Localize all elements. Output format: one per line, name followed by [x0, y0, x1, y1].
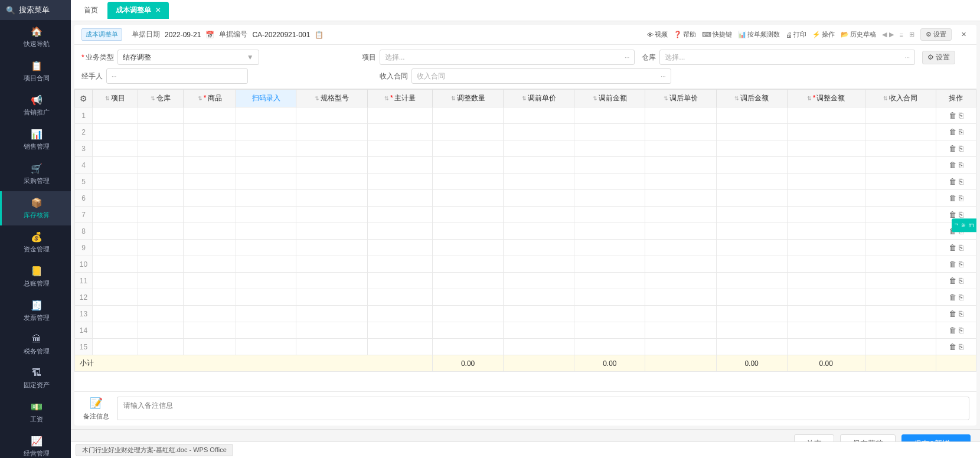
cell-after-price-2[interactable] — [645, 124, 716, 140]
cell-income-contract-8[interactable] — [865, 223, 936, 240]
cell-unit-2[interactable] — [367, 124, 433, 140]
cell-after-price-13[interactable] — [645, 306, 716, 322]
income-contract-input[interactable]: 收入合同 ··· — [411, 68, 671, 84]
cell-after-price-7[interactable] — [645, 207, 716, 223]
cell-spec-8[interactable] — [296, 223, 367, 240]
cell-adj-amt-12[interactable] — [787, 289, 865, 306]
copy-icon-2[interactable]: ⎘ — [959, 127, 963, 136]
cell-after-amt-1[interactable] — [716, 107, 787, 124]
cell-after-price-3[interactable] — [645, 140, 716, 157]
cell-unit-1[interactable] — [367, 107, 433, 124]
cell-before-price-2[interactable] — [504, 124, 574, 140]
cell-scan-15[interactable] — [236, 339, 296, 355]
cell-before-price-6[interactable] — [504, 190, 574, 207]
cell-scan-7[interactable] — [236, 207, 296, 223]
cell-project-1[interactable] — [93, 107, 138, 124]
cell-before-amt-15[interactable] — [574, 339, 645, 355]
cell-adj-amt-1[interactable] — [787, 107, 865, 124]
cell-spec-11[interactable] — [296, 273, 367, 289]
cell-income-contract-5[interactable] — [865, 174, 936, 190]
cell-adj-amt-9[interactable] — [787, 240, 865, 256]
cell-adj-qty-14[interactable] — [433, 322, 504, 339]
cell-income-contract-7[interactable] — [865, 207, 936, 223]
cell-after-price-11[interactable] — [645, 273, 716, 289]
cell-before-price-13[interactable] — [504, 306, 574, 322]
cell-warehouse-12[interactable] — [138, 289, 184, 306]
cell-adj-amt-15[interactable] — [787, 339, 865, 355]
delete-icon-7[interactable]: 🗑 — [949, 210, 956, 219]
cell-scan-10[interactable] — [236, 256, 296, 273]
delete-icon-10[interactable]: 🗑 — [949, 260, 956, 269]
cell-scan-11[interactable] — [236, 273, 296, 289]
cell-spec-7[interactable] — [296, 207, 367, 223]
cell-product-5[interactable] — [184, 174, 236, 190]
help-btn[interactable]: ❓ 帮助 — [674, 30, 696, 39]
cell-adj-qty-4[interactable] — [433, 157, 504, 174]
cell-adj-amt-2[interactable] — [787, 124, 865, 140]
cell-unit-5[interactable] — [367, 174, 433, 190]
cell-spec-12[interactable] — [296, 289, 367, 306]
cell-warehouse-11[interactable] — [138, 273, 184, 289]
cell-product-9[interactable] — [184, 240, 236, 256]
cell-after-amt-2[interactable] — [716, 124, 787, 140]
cell-before-amt-4[interactable] — [574, 157, 645, 174]
cell-project-5[interactable] — [93, 174, 138, 190]
delete-icon-2[interactable]: 🗑 — [949, 127, 956, 136]
copy-icon-14[interactable]: ⎘ — [959, 326, 963, 335]
cell-adj-amt-8[interactable] — [787, 223, 865, 240]
cell-before-amt-7[interactable] — [574, 207, 645, 223]
cell-adj-qty-10[interactable] — [433, 256, 504, 273]
cell-after-price-12[interactable] — [645, 289, 716, 306]
row-settings-btn[interactable]: ⚙ 设置 — [922, 51, 955, 64]
cell-before-amt-12[interactable] — [574, 289, 645, 306]
cell-adj-qty-9[interactable] — [433, 240, 504, 256]
cell-adj-qty-5[interactable] — [433, 174, 504, 190]
copy-icon-15[interactable]: ⎘ — [959, 342, 963, 351]
cell-project-10[interactable] — [93, 256, 138, 273]
cell-unit-14[interactable] — [367, 322, 433, 339]
sidebar-item-invoice-mgmt[interactable]: 🧾 发票管理 — [0, 294, 71, 328]
cell-after-amt-6[interactable] — [716, 190, 787, 207]
cell-adj-qty-7[interactable] — [433, 207, 504, 223]
col-scan[interactable]: 扫码录入 — [236, 90, 296, 107]
cell-spec-15[interactable] — [296, 339, 367, 355]
sidebar-item-fund-mgmt[interactable]: 💰 资金管理 — [0, 225, 71, 260]
cell-adj-qty-11[interactable] — [433, 273, 504, 289]
cell-product-1[interactable] — [184, 107, 236, 124]
delete-icon-5[interactable]: 🗑 — [949, 177, 956, 186]
delete-icon-13[interactable]: 🗑 — [949, 309, 956, 318]
settings-btn[interactable]: ⚙ 设置 — [920, 28, 952, 41]
cell-product-10[interactable] — [184, 256, 236, 273]
note-input[interactable] — [117, 397, 969, 420]
cell-warehouse-7[interactable] — [138, 207, 184, 223]
cell-product-12[interactable] — [184, 289, 236, 306]
cell-warehouse-6[interactable] — [138, 190, 184, 207]
cell-project-15[interactable] — [93, 339, 138, 355]
biz-type-input[interactable]: 结存调整 ▼ — [117, 50, 259, 65]
delete-icon-15[interactable]: 🗑 — [949, 342, 956, 351]
cell-after-price-5[interactable] — [645, 174, 716, 190]
tab-home[interactable]: 首页 — [76, 2, 106, 19]
sidebar-item-sales-promo[interactable]: 📢 营销推广 — [0, 89, 71, 123]
taskbar-item[interactable]: 木门行业好业财处理方案-墓红红.doc - WPS Office — [76, 444, 233, 456]
sidebar-search[interactable]: 🔍 搜索菜单 — [0, 0, 71, 20]
cell-before-amt-3[interactable] — [574, 140, 645, 157]
cell-warehouse-10[interactable] — [138, 256, 184, 273]
cell-after-amt-9[interactable] — [716, 240, 787, 256]
cell-scan-1[interactable] — [236, 107, 296, 124]
delete-icon-3[interactable]: 🗑 — [949, 144, 956, 153]
cell-scan-2[interactable] — [236, 124, 296, 140]
copy-icon-4[interactable]: ⎘ — [959, 161, 963, 169]
cell-adj-qty-2[interactable] — [433, 124, 504, 140]
cell-before-price-8[interactable] — [504, 223, 574, 240]
sidebar-item-fixed-assets[interactable]: 🏗 固定资产 — [0, 362, 71, 395]
cell-before-price-15[interactable] — [504, 339, 574, 355]
delete-icon-1[interactable]: 🗑 — [949, 111, 956, 120]
sidebar-item-purchase-mgmt[interactable]: 🛒 采购管理 — [0, 157, 71, 191]
cell-before-price-14[interactable] — [504, 322, 574, 339]
cell-spec-6[interactable] — [296, 190, 367, 207]
cell-product-13[interactable] — [184, 306, 236, 322]
cell-after-amt-4[interactable] — [716, 157, 787, 174]
delete-icon-6[interactable]: 🗑 — [949, 194, 956, 202]
cell-after-price-10[interactable] — [645, 256, 716, 273]
